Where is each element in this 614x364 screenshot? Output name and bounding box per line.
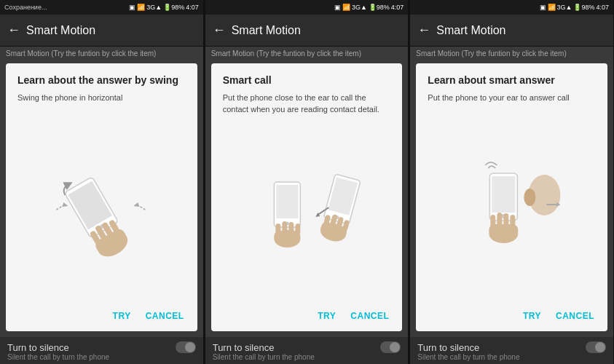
- toggle-knob-3: [595, 342, 605, 352]
- smart-motion-label-2: Smart Motion (Try the funtion by click t…: [205, 47, 409, 60]
- status-left-1: Сохранение...: [4, 4, 47, 11]
- cancel-button-2[interactable]: CANCEL: [349, 308, 390, 324]
- top-bar-2: ← Smart Motion: [205, 15, 409, 47]
- smartanswer-illustration: [428, 155, 596, 257]
- bottom-sub-1: Silent the call by turn the phone: [7, 353, 196, 361]
- dialog-card-1: Learn about the answer by swing Swing th…: [6, 63, 197, 331]
- dialog-card-3: Learn about smart answer Put the phone t…: [416, 63, 607, 331]
- svg-marker-10: [62, 202, 68, 207]
- back-button-1[interactable]: ←: [7, 23, 20, 38]
- status-right-1: ▣ 📶 3G▲ 🔋98% 4:07: [129, 4, 198, 11]
- page-title-1: Smart Motion: [26, 24, 95, 37]
- toggle-2[interactable]: [380, 341, 401, 353]
- toggle-3[interactable]: [586, 341, 606, 353]
- dialog-card-2: Smart call Put the phone close to the ea…: [211, 63, 403, 331]
- svg-rect-39: [497, 213, 503, 227]
- illustration-2: [223, 121, 391, 302]
- bottom-bar-3: Turn to silence Silent the call by turn …: [410, 337, 613, 364]
- page-title-3: Smart Motion: [436, 24, 505, 37]
- back-button-2[interactable]: ←: [213, 23, 226, 38]
- content-area-2: Smart Motion (Try the funtion by click t…: [205, 47, 409, 364]
- top-bar-1: ← Smart Motion: [0, 15, 203, 47]
- bottom-bar-row-2: Turn to silence: [213, 341, 401, 353]
- bottom-title-2: Turn to silence: [213, 342, 275, 353]
- toggle-knob-1: [185, 342, 195, 352]
- phone-panel-1: Сохранение... ▣ 📶 3G▲ 🔋98% 4:07 ← Smart …: [0, 0, 204, 364]
- bottom-bar-row-3: Turn to silence: [417, 341, 606, 353]
- svg-rect-19: [288, 222, 294, 234]
- back-button-3[interactable]: ←: [417, 23, 430, 38]
- bottom-sub-2: Silent the call by turn the phone: [213, 353, 401, 361]
- cancel-button-3[interactable]: CANCEL: [554, 308, 596, 324]
- dialog-desc-3: Put the phone to your ear to answer call: [428, 92, 596, 103]
- bottom-bar-2: Turn to silence Silent the call by turn …: [205, 337, 409, 364]
- svg-rect-38: [491, 215, 496, 228]
- dialog-desc-2: Put the phone close to the ear to call t…: [223, 92, 391, 115]
- try-button-3[interactable]: TRY: [521, 308, 543, 324]
- svg-point-32: [524, 189, 536, 206]
- status-bar-2: ▣ 📶 3G▲ 🔋98% 4:07: [205, 0, 409, 15]
- status-bar-1: Сохранение... ▣ 📶 3G▲ 🔋98% 4:07: [0, 0, 203, 15]
- swing-illustration: [17, 155, 186, 257]
- svg-rect-13: [276, 185, 298, 218]
- cancel-button-1[interactable]: CANCEL: [144, 308, 186, 324]
- illustration-3: [428, 110, 596, 302]
- bottom-sub-3: Silent the call by turn the phone: [417, 353, 606, 361]
- svg-rect-17: [275, 223, 280, 235]
- dialog-title-3: Learn about smart answer: [428, 74, 596, 87]
- svg-rect-41: [511, 215, 516, 227]
- page-title-2: Smart Motion: [232, 24, 301, 37]
- svg-marker-11: [133, 202, 139, 207]
- status-bar-3: ▣ 📶 3G▲ 🔋98% 4:07: [410, 0, 613, 15]
- smartcall-illustration: [223, 160, 391, 262]
- status-right-2: ▣ 📶 3G▲ 🔋98% 4:07: [334, 4, 404, 11]
- smart-motion-label-1: Smart Motion (Try the funtion by click t…: [0, 47, 203, 60]
- svg-rect-18: [282, 221, 287, 234]
- dialog-actions-2: TRY CANCEL: [223, 302, 391, 324]
- phone-panel-2: ▣ 📶 3G▲ 🔋98% 4:07 ← Smart Motion Smart M…: [205, 0, 409, 364]
- bottom-bar-1: Turn to silence Silent the call by turn …: [0, 337, 203, 364]
- dialog-title-2: Smart call: [223, 74, 391, 87]
- content-area-1: Smart Motion (Try the funtion by click t…: [0, 47, 203, 364]
- toggle-1[interactable]: [176, 341, 196, 353]
- dialog-actions-3: TRY CANCEL: [428, 302, 596, 324]
- phone-panel-3: ▣ 📶 3G▲ 🔋98% 4:07 ← Smart Motion Smart M…: [410, 0, 614, 364]
- dialog-desc-1: Swing the phone in horizontal: [17, 92, 186, 103]
- status-right-3: ▣ 📶 3G▲ 🔋98% 4:07: [540, 4, 609, 11]
- bottom-title-3: Turn to silence: [417, 342, 479, 353]
- bottom-title-1: Turn to silence: [7, 342, 69, 353]
- svg-rect-20: [295, 223, 300, 234]
- illustration-1: [17, 110, 186, 302]
- dialog-actions-1: TRY CANCEL: [17, 302, 186, 324]
- smart-motion-label-3: Smart Motion (Try the funtion by click t…: [410, 47, 613, 60]
- svg-rect-40: [504, 213, 509, 227]
- content-area-3: Smart Motion (Try the funtion by click t…: [410, 47, 613, 364]
- try-button-1[interactable]: TRY: [111, 308, 133, 324]
- try-button-2[interactable]: TRY: [316, 308, 337, 324]
- toggle-knob-2: [390, 342, 400, 352]
- top-bar-3: ← Smart Motion: [410, 15, 613, 47]
- bottom-bar-row-1: Turn to silence: [7, 341, 196, 353]
- dialog-title-1: Learn about the answer by swing: [17, 74, 186, 87]
- svg-rect-34: [492, 176, 516, 213]
